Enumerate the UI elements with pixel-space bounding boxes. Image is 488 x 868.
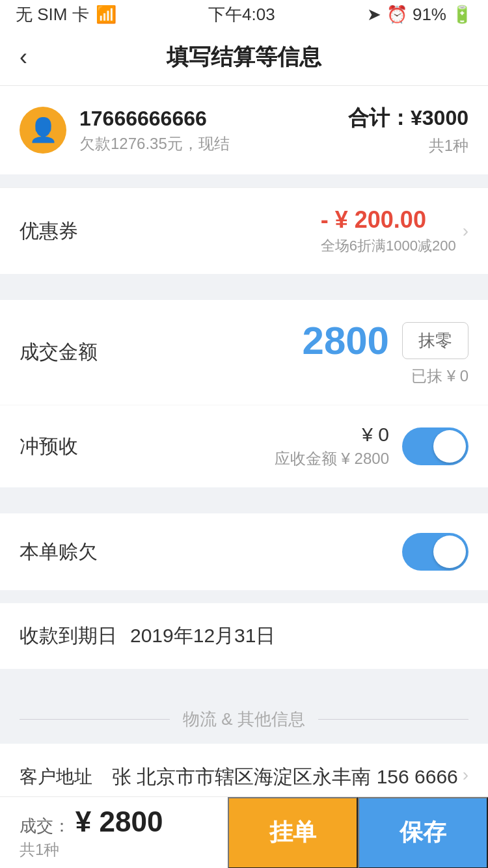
amount-value-group: 2800 抹零 [303, 318, 468, 363]
coupon-info: - ¥ 200.00 全场6折满1000减200 [321, 206, 456, 256]
debt-label: 本单赊欠 [20, 539, 98, 565]
wifi-icon: 📶 [96, 5, 116, 25]
due-date-label: 收款到期日 [20, 623, 117, 649]
coupon-row[interactable]: 优惠券 - ¥ 200.00 全场6折满1000减200 › [0, 187, 488, 274]
section-divider-1 [0, 287, 488, 300]
deal-amount-label: 成交金额 [20, 339, 98, 366]
user-info: 17666666666 欠款1276.35元，现结 [79, 107, 230, 154]
prepay-value: ¥ 0 [275, 424, 389, 446]
bottom-bar: 成交： ¥ 2800 共1种 挂单 保存 [0, 796, 488, 868]
user-debt: 欠款1276.35元，现结 [79, 133, 230, 154]
deal-amount-row: 成交金额 2800 抹零 已抹 ¥ 0 [0, 300, 488, 405]
coupon-label: 优惠券 [20, 218, 78, 245]
section-divider-2 [0, 500, 488, 513]
location-icon: ➤ [367, 5, 381, 25]
deal-amount-value: 2800 [303, 318, 389, 363]
coupon-chevron-icon: › [463, 221, 468, 241]
bottom-summary: 成交： ¥ 2800 共1种 [0, 806, 228, 860]
divider-line-left [20, 719, 170, 720]
deal-amount-right: 2800 抹零 已抹 ¥ 0 [303, 318, 468, 387]
address-chevron-icon: › [463, 765, 468, 785]
prepay-right: ¥ 0 应收金额 ¥ 2800 [275, 424, 468, 469]
total-amount: 合计：¥3000 [348, 104, 468, 133]
prepay-sub: 应收金额 ¥ 2800 [275, 448, 389, 469]
user-left: 👤 17666666666 欠款1276.35元，现结 [20, 107, 230, 154]
avatar: 👤 [20, 107, 66, 154]
bottom-count: 共1种 [20, 839, 208, 860]
status-right: ➤ ⏰ 91% 🔋 [367, 5, 472, 25]
round-zero-button[interactable]: 抹零 [402, 322, 468, 359]
user-right: 合计：¥3000 共1种 [348, 104, 468, 156]
due-date-value: 2019年12月31日 [130, 623, 275, 649]
logistics-divider: 物流 & 其他信息 [0, 695, 488, 744]
nav-bar: ‹ 填写结算等信息 [0, 29, 488, 86]
logistics-label: 物流 & 其他信息 [183, 708, 305, 731]
user-phone: 17666666666 [79, 107, 230, 131]
prepay-amounts: ¥ 0 应收金额 ¥ 2800 [275, 424, 389, 469]
coupon-right: - ¥ 200.00 全场6折满1000减200 › [321, 206, 468, 256]
alarm-icon: ⏰ [386, 5, 407, 25]
coupon-desc: 全场6折满1000减200 [321, 236, 456, 256]
deal-amount-sub: 已抹 ¥ 0 [303, 366, 468, 387]
page-title: 填写结算等信息 [167, 42, 321, 72]
battery-text: 91% [413, 5, 446, 25]
status-left: 无 SIM 卡 📶 [16, 3, 116, 26]
amount-section: 成交金额 2800 抹零 已抹 ¥ 0 冲预收 ¥ 0 应收金额 ¥ 2800 [0, 300, 488, 487]
divider-line-right [318, 719, 468, 720]
total-value: ¥3000 [411, 106, 468, 129]
save-button[interactable]: 保存 [358, 797, 488, 869]
status-bar: 无 SIM 卡 📶 下午4:03 ➤ ⏰ 91% 🔋 [0, 0, 488, 29]
battery-icon: 🔋 [452, 5, 472, 25]
pending-button[interactable]: 挂单 [228, 797, 358, 869]
total-count: 共1种 [348, 135, 468, 156]
section-divider-3 [0, 682, 488, 695]
user-info-row: 👤 17666666666 欠款1276.35元，现结 合计：¥3000 共1种 [0, 86, 488, 174]
bottom-deal-label: 成交： [20, 816, 70, 835]
back-button[interactable]: ‹ [20, 37, 34, 77]
total-label: 合计： [348, 106, 411, 129]
prepay-label: 冲预收 [20, 433, 78, 460]
debt-row: 本单赊欠 [0, 513, 488, 590]
sim-label: 无 SIM 卡 [16, 3, 89, 26]
prepay-toggle[interactable] [402, 427, 468, 465]
debt-toggle[interactable] [402, 533, 468, 571]
address-label: 客户地址 [20, 765, 92, 789]
due-date-row: 收款到期日 2019年12月31日 [0, 603, 488, 669]
prepay-row: 冲预收 ¥ 0 应收金额 ¥ 2800 [0, 405, 488, 487]
avatar-icon: 👤 [29, 116, 58, 144]
time-display: 下午4:03 [208, 3, 275, 26]
bottom-amount: ¥ 2800 [75, 806, 163, 837]
bottom-deal-row: 成交： ¥ 2800 [20, 806, 208, 838]
coupon-amount: - ¥ 200.00 [321, 206, 456, 234]
